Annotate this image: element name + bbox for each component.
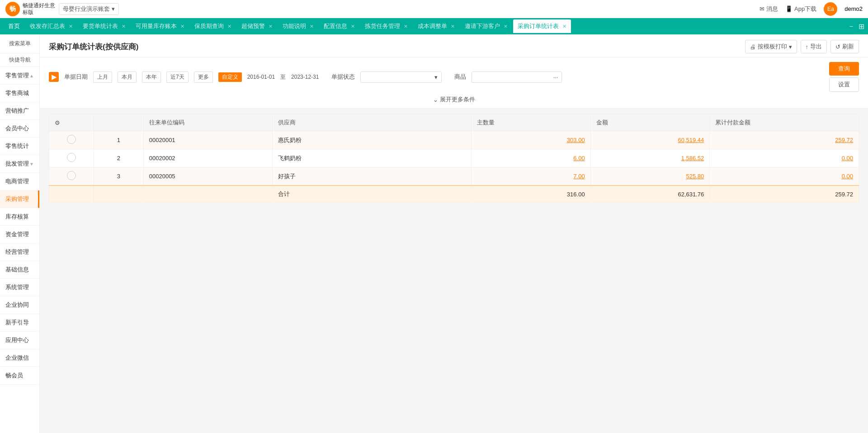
filter-action-buttons: 查询 设置 xyxy=(829,62,859,92)
tab-order-summary[interactable]: 要货单统计表 ✕ xyxy=(78,19,130,33)
row-paid-cell[interactable]: 0.00 xyxy=(710,149,859,167)
tab-invite-downstream[interactable]: 邀请下游客户 ✕ xyxy=(460,19,512,33)
search-menu-button[interactable]: 搜索菜单 xyxy=(3,38,37,49)
close-icon[interactable]: ✕ xyxy=(451,24,455,29)
download-icon: 📱 xyxy=(785,5,793,12)
close-icon[interactable]: ✕ xyxy=(227,24,231,29)
tab-config-info[interactable]: 配置信息 ✕ xyxy=(319,19,359,33)
date-range-to: 2023-12-31 xyxy=(291,74,319,80)
sidebar-item-member-center[interactable]: 会员中心 xyxy=(0,120,39,138)
export-button[interactable]: ↑ 导出 xyxy=(801,40,827,53)
sidebar-item-stock-check[interactable]: 库存核算 xyxy=(0,208,39,226)
close-icon[interactable]: ✕ xyxy=(351,24,355,29)
sidebar-item-enterprise-wechat[interactable]: 企业微信 xyxy=(0,349,39,367)
row-amount-cell[interactable]: 60,519.44 xyxy=(590,131,710,149)
date-custom-button[interactable]: 自定义 xyxy=(218,72,242,82)
sidebar-item-new-guide[interactable]: 新手引导 xyxy=(0,314,39,332)
table-footer: 合计 316.00 62,631.76 259.72 xyxy=(49,186,859,203)
date-more-button[interactable]: 更多 xyxy=(194,71,213,83)
close-icon[interactable]: ✕ xyxy=(122,24,126,29)
tab-available-stock[interactable]: 可用量库存账本 ✕ xyxy=(131,19,189,33)
tab-overstock-warning[interactable]: 超储预警 ✕ xyxy=(237,19,277,33)
row-settings-icon[interactable] xyxy=(67,135,76,144)
row-paid-cell[interactable]: 0.00 xyxy=(710,167,859,186)
row-qty-cell[interactable]: 7.00 xyxy=(471,167,590,186)
settings-icon[interactable]: ⚙ xyxy=(55,119,60,126)
avatar[interactable]: Ea xyxy=(824,2,837,16)
sidebar-item-wholesale-mgmt[interactable]: 批发管理 ▼ xyxy=(0,155,39,173)
row-code-cell: 00020002 xyxy=(143,149,273,167)
row-qty-cell[interactable]: 303.00 xyxy=(471,131,590,149)
row-paid-cell[interactable]: 259.72 xyxy=(710,131,859,149)
close-icon[interactable]: ✕ xyxy=(504,24,508,29)
sidebar-item-basic-info[interactable]: 基础信息 xyxy=(0,261,39,279)
minimize-button[interactable]: － xyxy=(848,22,855,31)
refresh-button[interactable]: ↺ 刷新 xyxy=(830,40,859,53)
app-download-button[interactable]: 📱 App下载 xyxy=(785,5,816,13)
footer-amount: 62,631.76 xyxy=(590,186,710,203)
tab-cost-adjust[interactable]: 成本调整单 ✕ xyxy=(413,19,459,33)
tab-purchase-summary[interactable]: 采购订单统计表 ✕ xyxy=(513,19,571,33)
footer-paid: 259.72 xyxy=(710,186,859,203)
sidebar-item-app-center[interactable]: 应用中心 xyxy=(0,332,39,349)
row-qty-cell[interactable]: 6.00 xyxy=(471,149,590,167)
tab-collect-send[interactable]: 收发存汇总表 ✕ xyxy=(25,19,77,33)
sidebar-item-ops-mgmt[interactable]: 经营管理 xyxy=(0,243,39,261)
user-avatar-text: Ea xyxy=(827,6,834,12)
table-body: 1 00020001 惠氏奶粉 303.00 60,519.44 259.72 … xyxy=(49,131,859,186)
sidebar-item-retail-mall[interactable]: 零售商城 xyxy=(0,85,39,102)
sidebar-item-purchase-mgmt[interactable]: 采购管理 xyxy=(0,190,39,208)
footer-row: 合计 316.00 62,631.76 259.72 xyxy=(49,186,859,203)
date-last-month-button[interactable]: 上月 xyxy=(93,71,112,83)
row-amount-cell[interactable]: 1,586.52 xyxy=(590,149,710,167)
more-icon: ··· xyxy=(553,74,558,81)
footer-label: 合计 xyxy=(273,186,472,203)
tab-pick-task[interactable]: 拣货任务管理 ✕ xyxy=(360,19,412,33)
tab-label: 功能说明 xyxy=(283,22,306,30)
sidebar-item-retail-mgmt[interactable]: 零售管理 ▲ xyxy=(0,67,39,85)
sidebar-item-ecommerce[interactable]: 电商管理 xyxy=(0,173,39,190)
top-bar-left: 畅 畅捷通好生意 标版 母婴行业演示账套 ▾ xyxy=(5,2,119,16)
sidebar-item-system-mgmt[interactable]: 系统管理 xyxy=(0,279,39,296)
date-last-7days-button[interactable]: 近7天 xyxy=(166,71,189,83)
row-settings-icon[interactable] xyxy=(67,153,76,162)
close-icon[interactable]: ✕ xyxy=(69,24,73,29)
row-amount-cell[interactable]: 525.80 xyxy=(590,167,710,186)
goods-filter-input[interactable]: ··· xyxy=(472,71,562,83)
sidebar-item-retail-stats[interactable]: 零售统计 xyxy=(0,138,39,155)
tab-expiry-query[interactable]: 保质期查询 ✕ xyxy=(190,19,236,33)
expand-more-button[interactable]: ⌄ 展开更多条件 xyxy=(433,95,475,104)
user-name: demo2 xyxy=(844,5,863,12)
sidebar-item-finance-mgmt[interactable]: 资金管理 xyxy=(0,226,39,243)
close-icon[interactable]: ✕ xyxy=(269,24,273,29)
date-this-month-button[interactable]: 本月 xyxy=(118,71,137,83)
close-icon[interactable]: ✕ xyxy=(180,24,184,29)
quick-nav-button[interactable]: 快捷导航 xyxy=(0,53,39,67)
status-filter-select[interactable]: ▾ xyxy=(360,71,442,83)
footer-qty: 316.00 xyxy=(471,186,590,203)
row-code-cell: 00020005 xyxy=(143,167,273,186)
status-filter-label: 单据状态 xyxy=(331,73,355,81)
query-button[interactable]: 查询 xyxy=(829,62,859,76)
workspace-selector[interactable]: 母婴行业演示账套 ▾ xyxy=(59,3,119,15)
message-button[interactable]: ✉ 消息 xyxy=(760,5,778,13)
content-area: 采购订单统计表(按供应商) 🖨 按模板打印 ▾ ↑ 导出 ↺ 刷新 xyxy=(40,34,868,433)
row-settings-icon[interactable] xyxy=(67,171,76,180)
chevron-down-icon: ▾ xyxy=(434,74,438,81)
maximize-button[interactable]: ⊞ xyxy=(859,22,864,31)
close-icon[interactable]: ✕ xyxy=(310,24,314,29)
date-this-year-button[interactable]: 本年 xyxy=(142,71,161,83)
settings-button[interactable]: 设置 xyxy=(829,77,859,92)
sidebar-item-vip-member[interactable]: 畅会员 xyxy=(0,367,39,385)
logo-icon: 畅 xyxy=(5,2,20,16)
close-icon[interactable]: ✕ xyxy=(562,24,566,29)
sidebar-item-marketing[interactable]: 营销推广 xyxy=(0,102,39,120)
tab-home[interactable]: 首页 xyxy=(4,19,24,33)
tab-label: 成本调整单 xyxy=(418,22,447,30)
chevron-up-icon: ▲ xyxy=(29,73,34,78)
tab-function-desc[interactable]: 功能说明 ✕ xyxy=(278,19,318,33)
close-icon[interactable]: ✕ xyxy=(404,24,408,29)
print-button[interactable]: 🖨 按模板打印 ▾ xyxy=(745,40,797,53)
sidebar-item-enterprise-coop[interactable]: 企业协同 xyxy=(0,296,39,314)
filter-toggle-button[interactable]: ▶ xyxy=(49,72,59,82)
